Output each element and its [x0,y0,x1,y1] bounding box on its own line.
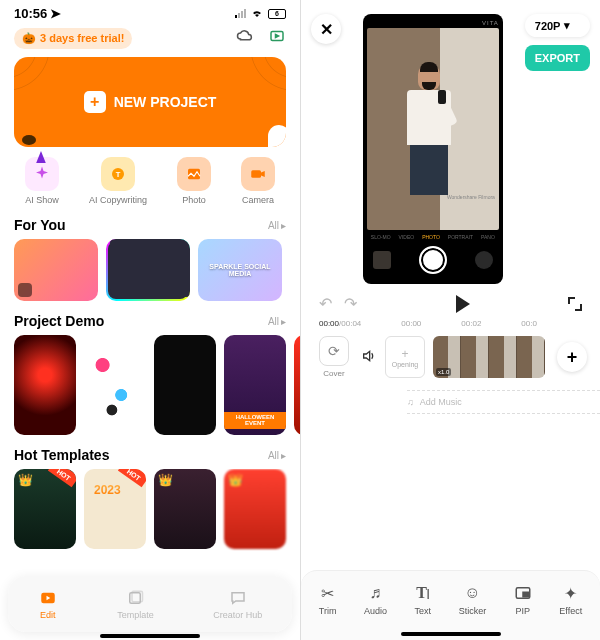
nav-template[interactable]: Template [117,588,154,620]
pip-icon [514,583,532,603]
for-you-card[interactable]: SPARKLE SOCIAL MEDIA [198,239,282,301]
hot-all-link[interactable]: All ▸ [268,450,286,461]
hot-card[interactable]: 👑 [154,469,216,549]
hot-badge: HOT [48,469,76,487]
watermark: Wondershare Filmora [447,195,495,200]
template-icon [125,588,145,608]
section-project-demo-title: Project Demo [14,313,104,329]
photo-icon [177,157,211,191]
template-icon [18,283,32,297]
redo-button[interactable]: ↷ [344,294,357,313]
template-icon [110,239,190,297]
camera-icon [241,157,275,191]
cover-button[interactable]: ⟳ Cover [315,336,353,378]
svg-rect-9 [523,592,528,597]
person-graphic [404,64,454,204]
chat-icon [228,588,248,608]
tool-photo[interactable]: Photo [177,157,211,205]
copywriting-icon: T [101,157,135,191]
location-icon: ➤ [50,6,61,21]
chevron-down-icon: ▾ [564,19,570,32]
status-bar: 10:56 ➤ 6 [0,0,300,23]
plus-icon: + [84,91,106,113]
nav-creator-hub[interactable]: Creator Hub [213,588,262,620]
music-icon: ♫ [407,397,414,407]
sticker-icon: ☺ [464,583,480,603]
add-music-track[interactable]: ♫ Add Music [407,390,600,414]
text-icon: T| [416,583,429,603]
nav-edit[interactable]: Edit [38,588,58,620]
effect-icon: ✦ [564,583,577,603]
editor-toolbar: ✂Trim ♬Audio T|Text ☺Sticker PIP ✦Effect [301,570,600,640]
tool-pip[interactable]: PIP [514,583,532,616]
chevron-right-icon: ▸ [281,220,286,231]
export-button[interactable]: EXPORT [525,45,590,71]
demo-card[interactable] [14,335,76,435]
switch-camera-icon [475,251,493,269]
tool-ai-copywriting[interactable]: T AI Copywriting [89,157,147,205]
home-indicator [100,634,200,638]
gallery-thumb [373,251,391,269]
section-for-you-title: For You [14,217,66,233]
add-opening-button[interactable]: + Opening [385,336,425,378]
tool-sticker[interactable]: ☺Sticker [459,583,487,616]
battery-icon: 6 [268,9,286,19]
tool-effect[interactable]: ✦Effect [559,583,582,616]
crown-icon: 👑 [18,473,33,487]
edit-icon [38,588,58,608]
status-time: 10:56 [14,6,47,21]
demo-card[interactable]: HALLOWEEN EVENT [224,335,286,435]
timeline-ruler: 00:00/00:04 00:00 00:02 00:0 [301,319,600,332]
play-button[interactable] [456,295,470,313]
crown-icon: 👑 [228,473,243,487]
pumpkin-icon: 🎃 [22,32,36,45]
home-indicator [401,632,501,636]
section-hot-title: Hot Templates [14,447,109,463]
spider-decoration [22,135,36,145]
ghost-decoration [268,125,286,147]
close-button[interactable]: ✕ [311,14,341,44]
mute-button[interactable] [361,348,377,367]
tool-text[interactable]: T|Text [415,583,432,616]
camera-modes: SLO-MOVIDEO PHOTOPORTRAITPANO [367,232,499,242]
plus-icon: + [401,347,408,361]
hot-card[interactable]: 👑 [224,469,286,549]
demo-card[interactable] [84,335,146,435]
resolution-selector[interactable]: 720P ▾ [525,14,590,37]
chevron-right-icon: ▸ [281,316,286,327]
trial-banner[interactable]: 🎃 3 days free trial! [14,28,132,49]
tool-camera[interactable]: Camera [241,157,275,205]
bottom-nav: Edit Template Creator Hub [8,576,292,632]
for-you-all-link[interactable]: All ▸ [268,220,286,231]
demo-card[interactable] [154,335,216,435]
tool-ai-show[interactable]: AI Show [25,157,59,205]
undo-button[interactable]: ↶ [319,294,332,313]
hot-card[interactable]: 👑 HOT [14,469,76,549]
wifi-icon [250,8,264,20]
add-clip-button[interactable]: + [557,342,587,372]
brand-label: VITA [367,20,499,26]
new-project-button[interactable]: + NEW PROJECT [14,57,286,147]
tool-audio[interactable]: ♬Audio [364,583,387,616]
speed-badge: x1.0 [436,368,451,376]
video-preview[interactable]: VITA Wondershare Filmora SLO-MOVIDEO PHO… [363,14,503,284]
crown-icon: 👑 [158,473,173,487]
scissors-icon: ✂ [321,583,334,603]
cloud-icon[interactable] [236,27,254,49]
year-badge: 2023 [94,483,121,497]
shutter-icon [419,246,447,274]
fullscreen-button[interactable] [568,297,582,311]
video-clip[interactable]: x1.0 [433,336,545,378]
for-you-card[interactable] [14,239,98,301]
svg-text:T: T [116,170,121,179]
signal-icon [235,9,246,18]
draft-icon[interactable] [268,27,286,49]
refresh-icon: ⟳ [319,336,349,366]
for-you-card[interactable] [106,239,190,301]
svg-rect-4 [251,170,261,178]
hot-badge: HOT [118,469,146,487]
hot-card[interactable]: 2023 HOT [84,469,146,549]
tool-trim[interactable]: ✂Trim [319,583,337,616]
project-demo-all-link[interactable]: All ▸ [268,316,286,327]
chevron-right-icon: ▸ [281,450,286,461]
